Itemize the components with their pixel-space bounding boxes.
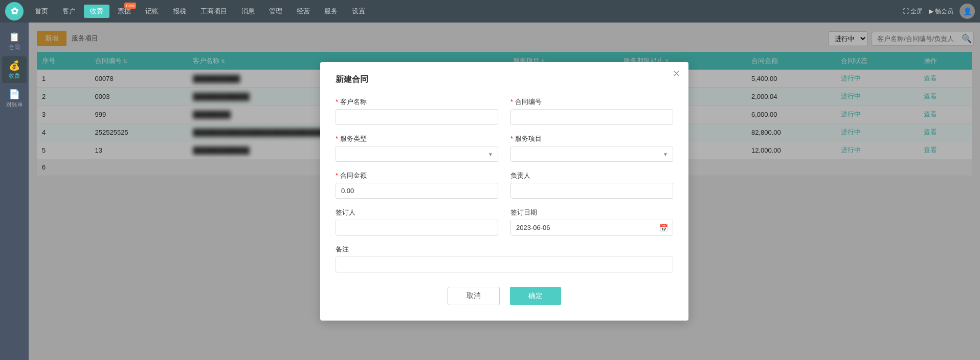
contract-no-label: 合同编号 — [510, 97, 673, 107]
fee-icon: 💰 — [9, 60, 20, 71]
nav-item-home[interactable]: 首页 — [29, 5, 54, 18]
nav-item-settings[interactable]: 设置 — [346, 5, 371, 18]
nav-item-manage[interactable]: 管理 — [263, 5, 288, 18]
signer-input[interactable] — [336, 220, 498, 236]
fullscreen-icon: ⛶ — [903, 8, 909, 15]
customer-name-label: 客户名称 — [336, 97, 498, 107]
signer-label: 签订人 — [336, 208, 498, 217]
nav-item-accounting[interactable]: 记账 — [139, 5, 165, 18]
sign-date-label: 签订日期 — [510, 208, 673, 217]
sidebar-item-contract[interactable]: 📋 合同 — [2, 28, 27, 54]
modal-overlay: 新建合同 ✕ 客户名称 合同编号 服务类型 — [29, 23, 980, 360]
remark-label: 备注 — [336, 245, 673, 254]
field-contract-no: 合同编号 — [510, 97, 673, 125]
service-type-select[interactable] — [336, 146, 498, 162]
new-badge: new — [124, 3, 136, 9]
avatar[interactable]: 👤 — [960, 4, 975, 19]
nav-item-customer[interactable]: 客户 — [56, 5, 82, 18]
nav-item-business[interactable]: 工商项目 — [194, 5, 233, 18]
top-right-actions: ⛶ 全屏 ▶ 畅会员 👤 — [903, 4, 975, 19]
sidebar: 📋 合同 💰 收费 📄 对账单 — [0, 23, 29, 360]
nav-item-tax[interactable]: 报税 — [167, 5, 192, 18]
service-item-label: 服务项目 — [510, 134, 673, 143]
remark-input[interactable] — [336, 257, 673, 272]
field-responsible: 负责人 — [510, 171, 673, 199]
nav-item-operation[interactable]: 经营 — [291, 5, 316, 18]
field-customer-name: 客户名称 — [336, 97, 498, 125]
nav-item-message[interactable]: 消息 — [235, 5, 261, 18]
responsible-label: 负责人 — [510, 171, 673, 180]
nav-item-service[interactable]: 服务 — [318, 5, 344, 18]
vip-button[interactable]: ▶ 畅会员 — [929, 7, 953, 16]
service-type-wrapper — [336, 146, 498, 162]
confirm-button[interactable]: 确定 — [510, 287, 561, 305]
contract-icon: 📋 — [9, 31, 20, 43]
nav-item-fee[interactable]: 收费 — [84, 5, 109, 18]
service-item-wrapper — [510, 146, 673, 162]
field-service-item: 服务项目 — [510, 134, 673, 162]
service-type-label: 服务类型 — [336, 134, 498, 143]
modal-footer: 取消 确定 — [336, 287, 673, 305]
service-item-select[interactable] — [510, 146, 673, 162]
customer-name-input[interactable] — [336, 109, 498, 125]
statement-icon: 📄 — [9, 89, 20, 100]
modal-title: 新建合同 — [336, 74, 673, 85]
vip-icon: ▶ — [929, 8, 933, 15]
top-navigation: ✿ 首页 客户 收费 票据 new 记账 报税 工商项目 消息 管理 经营 服务… — [0, 0, 980, 23]
content-area: 新增 服务项目 进行中 已完成 已终止 🔍 序号 合同编 — [29, 23, 980, 360]
field-sign-date: 签订日期 📅 — [510, 208, 673, 236]
field-remark: 备注 — [336, 245, 673, 272]
new-contract-modal: 新建合同 ✕ 客户名称 合同编号 服务类型 — [320, 62, 688, 321]
sign-date-input[interactable] — [510, 220, 673, 236]
field-signer: 签订人 — [336, 208, 498, 236]
nav-item-invoice[interactable]: 票据 new — [112, 5, 137, 18]
fullscreen-button[interactable]: ⛶ 全屏 — [903, 7, 923, 16]
field-service-type: 服务类型 — [336, 134, 498, 162]
sidebar-item-fee[interactable]: 💰 收费 — [2, 56, 27, 83]
nav-items: 首页 客户 收费 票据 new 记账 报税 工商项目 消息 管理 经营 服务 设… — [29, 5, 903, 18]
amount-input[interactable] — [336, 183, 498, 199]
contract-no-input[interactable] — [510, 109, 673, 125]
responsible-input[interactable] — [510, 183, 673, 199]
modal-close-button[interactable]: ✕ — [673, 69, 680, 78]
amount-label: 合同金额 — [336, 171, 498, 180]
main-layout: 📋 合同 💰 收费 📄 对账单 新增 服务项目 进行中 已完成 已终止 — [0, 23, 980, 360]
cancel-button[interactable]: 取消 — [448, 287, 500, 305]
form-grid: 客户名称 合同编号 服务类型 — [336, 97, 673, 272]
sidebar-item-statement[interactable]: 📄 对账单 — [2, 85, 27, 112]
app-logo: ✿ — [5, 2, 24, 20]
field-amount: 合同金额 — [336, 171, 498, 199]
sign-date-wrapper: 📅 — [510, 220, 673, 236]
